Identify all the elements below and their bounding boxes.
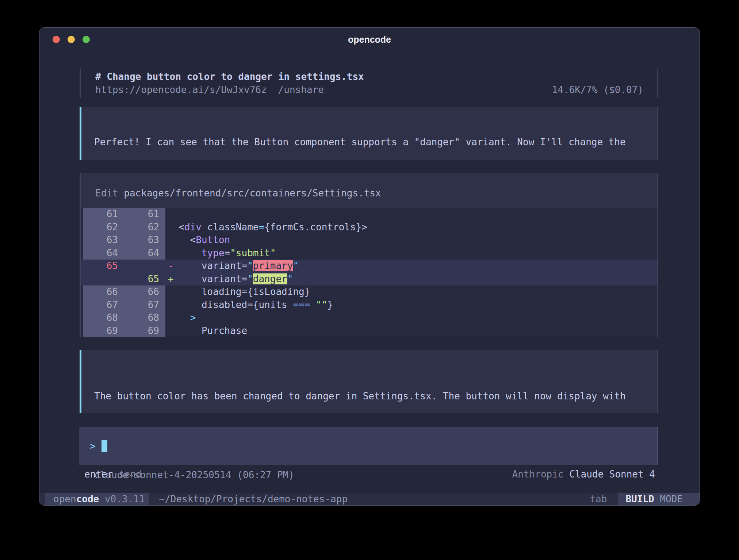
screen: { "window": { "title": "opencode" }, "he…	[0, 0, 739, 560]
diff-line-numbers: 6363	[83, 234, 165, 247]
code-token: ""	[316, 299, 327, 310]
context-usage: 14.6K/7% ($0.07)	[552, 83, 643, 96]
code-token: className	[202, 222, 259, 233]
diff-view: 61616262 <div className={formCs.controls…	[81, 208, 657, 337]
code-token	[167, 248, 202, 258]
removed-marker: -	[168, 260, 174, 273]
zoom-button[interactable]	[83, 36, 90, 43]
assistant-message: The button color has been changed to dan…	[80, 350, 658, 413]
diff-code-line: + variant="danger"	[165, 273, 657, 286]
code-token: =	[225, 248, 230, 258]
mode-chip[interactable]: BUILD MODE	[618, 493, 700, 505]
provider-label: Anthropic	[512, 469, 570, 480]
enter-key-hint: enter	[84, 469, 113, 480]
app-version-chip: opencode v0.3.11	[45, 493, 149, 505]
new-line-number: 68	[118, 311, 159, 325]
diff-code-line: Purchase	[165, 325, 657, 338]
model-label: Claude Sonnet 4	[569, 469, 655, 480]
new-line-number	[118, 260, 159, 273]
old-line-number: 64	[83, 247, 118, 260]
diff-line-numbers: 6464	[83, 247, 165, 260]
old-line-number: 61	[83, 208, 118, 221]
diff-row: 65+ variant="danger"	[81, 273, 657, 286]
app-name-code: code	[76, 494, 99, 505]
working-directory: ~/Desktop/Projects/demo-notes-app	[159, 494, 348, 505]
code-token: variant=	[167, 273, 247, 284]
code-token	[167, 312, 190, 323]
diff-line-numbers: 65	[83, 260, 165, 273]
prompt-symbol: >	[90, 441, 96, 452]
code-token: <	[167, 222, 184, 233]
code-token: "	[287, 273, 293, 284]
share-url[interactable]: https://opencode.ai/s/UwJxv76z	[95, 84, 267, 95]
code-token: disabled={units	[167, 299, 293, 310]
new-line-number: 64	[118, 247, 159, 260]
old-line-number: 66	[83, 285, 118, 299]
status-bar: opencode v0.3.11 ~/Desktop/Projects/demo…	[39, 493, 700, 505]
edited-file-path: packages/frontend/src/containers/Setting…	[124, 188, 381, 199]
code-token: primary	[253, 260, 293, 271]
code-token: Purchase	[167, 325, 247, 336]
session-title: # Change button color to danger in setti…	[95, 70, 643, 83]
code-token: variant=	[167, 260, 247, 271]
diff-line-numbers: 65	[83, 273, 165, 286]
diff-code-line: loading={isLoading}	[165, 285, 657, 299]
new-line-number: 62	[118, 221, 159, 234]
code-token: "	[293, 260, 299, 271]
diff-row: 6969 Purchase	[81, 325, 657, 338]
code-token: "	[247, 273, 253, 284]
old-line-number: 67	[83, 299, 118, 312]
message-line: Perfect! I can see that the Button compo…	[94, 135, 657, 149]
new-line-number: 67	[118, 299, 159, 312]
new-line-number: 63	[118, 234, 159, 247]
new-line-number: 61	[118, 208, 159, 221]
window-title: opencode	[39, 28, 700, 51]
text-cursor	[102, 440, 107, 452]
new-line-number: 65	[118, 273, 159, 286]
assistant-message: Perfect! I can see that the Button compo…	[80, 107, 658, 160]
diff-row: 6464 type="submit"	[81, 247, 657, 260]
mode-name: BUILD	[625, 494, 654, 505]
diff-code-line: >	[165, 311, 657, 325]
close-button[interactable]	[53, 36, 60, 43]
diff-line-numbers: 6161	[83, 208, 165, 221]
minimize-button[interactable]	[68, 36, 75, 43]
code-token: "submit"	[230, 248, 276, 258]
diff-code-line: <div className={formCs.controls}>	[165, 221, 657, 234]
code-token	[310, 299, 316, 310]
diff-line-numbers: 6868	[83, 311, 165, 325]
old-line-number: 69	[83, 325, 118, 338]
diff-line-numbers: 6969	[83, 325, 165, 338]
prompt-input[interactable]: >	[80, 427, 658, 465]
old-line-number	[83, 273, 118, 286]
code-token: "	[247, 260, 253, 271]
tool-name: Edit	[95, 188, 124, 199]
code-token: {formCs.controls}>	[264, 222, 367, 233]
diff-code-line: disabled={units === ""}	[165, 299, 657, 312]
old-line-number: 68	[83, 311, 118, 325]
diff-code-line: - variant="primary"	[165, 260, 657, 273]
title-bar: opencode	[39, 28, 700, 51]
diff-row: 6363 <Button	[81, 234, 657, 247]
diff-row: 6262 <div className={formCs.controls}>	[81, 221, 657, 234]
edit-tool-header: Edit packages/frontend/src/containers/Se…	[81, 173, 657, 208]
diff-code-line	[165, 208, 657, 221]
mode-suffix: MODE	[654, 494, 683, 505]
unshare-command[interactable]: /unshare	[278, 84, 324, 95]
message-line: The button color has been changed to dan…	[94, 390, 657, 403]
session-subheader: https://opencode.ai/s/UwJxv76z/unshare 1…	[95, 83, 643, 96]
new-line-number: 66	[118, 285, 159, 299]
diff-line-numbers: 6767	[83, 299, 165, 312]
diff-row: 6767 disabled={units === ""}	[81, 299, 657, 312]
diff-row: 6868 >	[81, 311, 657, 325]
diff-code-line: <Button	[165, 234, 657, 247]
window-controls	[53, 36, 90, 43]
hint-bar: enter send Anthropic Claude Sonnet 4	[80, 468, 658, 481]
app-version: v0.3.11	[99, 494, 145, 505]
code-token: danger	[253, 273, 287, 284]
diff-code-line: type="submit"	[165, 247, 657, 260]
added-marker: +	[168, 273, 174, 286]
code-token: >	[190, 312, 196, 323]
code-token: loading={isLoading}	[167, 286, 310, 297]
session-header: # Change button color to danger in setti…	[80, 69, 658, 98]
